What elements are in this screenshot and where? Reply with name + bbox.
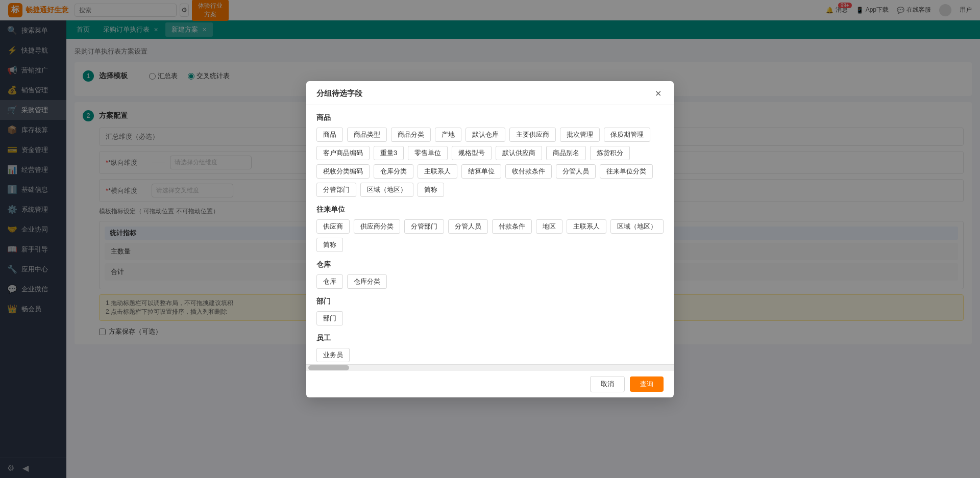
field-section-product: 商品商品商品类型商品分类产地默认仓库主要供应商批次管理保质期管理客户商品编码重量… [316,113,664,197]
field-tag[interactable]: 分管人员 [556,164,596,179]
field-section-employee: 员工业务员 [316,334,664,362]
modal-title: 分组待选字段 [316,89,362,98]
field-tags-partner: 供应商供应商分类分管部门分管人员付款条件地区主联系人区域（地区）简称 [316,219,664,252]
field-tag[interactable]: 批次管理 [560,128,600,142]
field-tag[interactable]: 炼货积分 [590,146,630,160]
field-tag[interactable]: 默认供应商 [496,146,542,160]
modal-body: 商品商品商品类型商品分类产地默认仓库主要供应商批次管理保质期管理客户商品编码重量… [306,105,674,364]
field-tag[interactable]: 业务员 [316,348,350,362]
field-tag[interactable]: 商品类型 [347,128,387,142]
confirm-btn[interactable]: 查询 [630,376,664,392]
field-tag[interactable]: 税收分类编码 [316,164,370,179]
field-section-warehouse: 仓库仓库仓库分类 [316,260,664,289]
field-tag[interactable]: 供应商分类 [354,219,400,234]
field-tags-product: 商品商品类型商品分类产地默认仓库主要供应商批次管理保质期管理客户商品编码重量3零… [316,128,664,197]
field-tags-employee: 业务员 [316,348,664,362]
modal-overlay: 分组待选字段 ✕ 商品商品商品类型商品分类产地默认仓库主要供应商批次管理保质期管… [0,0,980,478]
field-tag[interactable]: 默认仓库 [465,128,505,142]
field-section-title-partner: 往来单位 [316,205,664,214]
field-tag[interactable]: 重量3 [374,146,404,160]
field-tag[interactable]: 往来单位分类 [600,164,653,179]
field-tag[interactable]: 仓库 [316,274,343,289]
field-tag[interactable]: 地区 [536,219,562,234]
field-tag[interactable]: 付款条件 [492,219,532,234]
field-tags-department: 部门 [316,311,664,325]
field-tag[interactable]: 区域（地区） [610,219,664,234]
modal-close-btn[interactable]: ✕ [652,88,664,99]
field-tag[interactable]: 分管部门 [316,183,356,197]
field-tag[interactable]: 规格型号 [452,146,492,160]
field-tag[interactable]: 部门 [316,311,343,325]
field-tag[interactable]: 简称 [316,238,343,252]
field-tag[interactable]: 零售单位 [408,146,448,160]
field-tag[interactable]: 产地 [435,128,461,142]
field-tag[interactable]: 收付款条件 [505,164,552,179]
field-tags-warehouse: 仓库仓库分类 [316,274,664,289]
field-tag[interactable]: 保质期管理 [604,128,650,142]
field-section-partner: 往来单位供应商供应商分类分管部门分管人员付款条件地区主联系人区域（地区）简称 [316,205,664,252]
field-tag[interactable]: 商品分类 [391,128,431,142]
field-select-modal: 分组待选字段 ✕ 商品商品商品类型商品分类产地默认仓库主要供应商批次管理保质期管… [306,81,674,397]
field-tag[interactable]: 分管人员 [448,219,488,234]
field-tag[interactable]: 商品别名 [546,146,586,160]
modal-hscroll[interactable] [306,364,674,370]
field-tag[interactable]: 仓库分类 [347,274,387,289]
field-tag[interactable]: 主联系人 [418,164,457,179]
field-section-department: 部门部门 [316,297,664,325]
field-tag[interactable]: 供应商 [316,219,350,234]
field-section-title-employee: 员工 [316,334,664,343]
field-section-title-product: 商品 [316,113,664,122]
field-tag[interactable]: 商品 [316,128,343,142]
field-tag[interactable]: 客户商品编码 [316,146,370,160]
field-tag[interactable]: 仓库分类 [374,164,413,179]
field-tag[interactable]: 主要供应商 [509,128,556,142]
field-tag[interactable]: 简称 [418,183,444,197]
field-tag[interactable]: 主联系人 [567,219,606,234]
modal-footer: 取消 查询 [306,370,674,397]
field-tag[interactable]: 分管部门 [404,219,444,234]
field-section-title-department: 部门 [316,297,664,306]
field-section-title-warehouse: 仓库 [316,260,664,269]
modal-header: 分组待选字段 ✕ [306,81,674,105]
field-tag[interactable]: 区域（地区） [360,183,413,197]
cancel-btn[interactable]: 取消 [590,376,625,392]
field-tag[interactable]: 结算单位 [461,164,501,179]
